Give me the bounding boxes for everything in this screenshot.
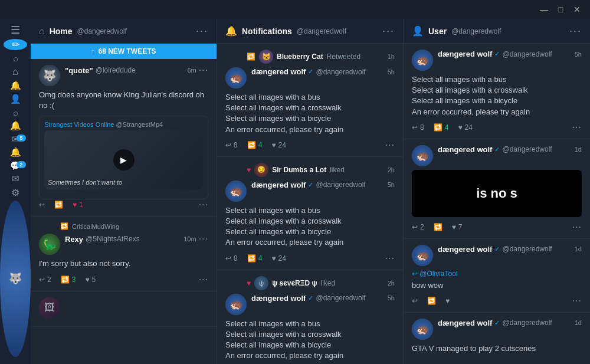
tweet-home-3[interactable]: 🖼	[31, 291, 217, 327]
reply-to-handle: @OliviaTool	[419, 270, 457, 278]
notif-type-1: 🔁 🐱 Blueberry Cat Retweeted 1h	[247, 50, 395, 64]
reply-button-2[interactable]: ↩ 2	[39, 276, 51, 284]
user-more-3[interactable]: ···	[572, 296, 582, 306]
notif-reply-1[interactable]: ↩ 8	[225, 141, 238, 149]
notif-more-2[interactable]: ···	[385, 253, 395, 264]
sidebar-bell1[interactable]: 🔔	[4, 80, 27, 91]
notif-retweet-2[interactable]: 🔁 4	[247, 254, 263, 263]
notif-verified-2: ✓	[308, 181, 313, 189]
notif-tweet-body-2: Select all images with a bus Select all …	[225, 205, 395, 248]
notif-actor-name-3: ψ ѕєvєRΞD ψ	[272, 279, 317, 287]
user-tweet-1[interactable]: 🦔 dængered wolf ✓ @dangeredwolf 5h	[404, 44, 590, 139]
sidebar-person1[interactable]: 👤	[4, 93, 27, 104]
close-button[interactable]: ✕	[569, 1, 585, 18]
more-button-2[interactable]: ···	[199, 274, 208, 285]
notif-tweet-avatar-2: 🦔	[225, 181, 247, 202]
home-column-menu[interactable]: ···	[196, 25, 208, 37]
user-more-1[interactable]: ···	[572, 122, 582, 133]
sidebar-settings[interactable]: ⚙	[4, 187, 27, 198]
notifications-column-header: 🔔 Notifications @dangeredwolf ···	[217, 19, 403, 44]
retweet-button-2[interactable]: 🔁 3	[61, 276, 76, 284]
tweet-actions-2: ↩ 2 🔁 3 ♥ 5 ···	[39, 274, 208, 285]
user-tweet-3[interactable]: 🦔 dængered wolf ✓ @dangeredwolf 1d	[404, 239, 590, 313]
user-actions-2: ↩ 2 🔁 ♥ 7 ···	[412, 222, 582, 232]
sidebar-message2[interactable]: ✉	[4, 173, 27, 185]
tweet-menu-2[interactable]: ···	[199, 234, 208, 244]
like-button-1[interactable]: ♥ 1	[73, 201, 83, 209]
sidebar-edit[interactable]: ✏	[4, 39, 27, 50]
sidebar-search2[interactable]: ⌕	[4, 107, 27, 118]
notif-3[interactable]: ♥ ψ ψ ѕєvєRΞD ψ liked 2h 🦔	[217, 270, 403, 365]
sidebar-avatar[interactable]: 🐺	[0, 201, 31, 357]
user-tweet-4[interactable]: 🦔 dængered wolf ✓ @dangeredwolf 1d GTA V…	[404, 313, 590, 364]
user-reply-1[interactable]: ↩ 8	[412, 123, 424, 132]
quoted-account-link[interactable]: Strangest Videos Online	[44, 121, 114, 128]
minimize-button[interactable]: —	[536, 1, 552, 18]
tweet-home-1[interactable]: 🐺 "quote" @loireddude 6m ··· Omg does an…	[31, 59, 217, 217]
user-retweet-3[interactable]: 🔁	[427, 297, 436, 305]
notifications-feed: 🔁 🐱 Blueberry Cat Retweeted 1h 🦔	[217, 44, 403, 364]
new-tweets-banner[interactable]: ↑ 68 NEW TWEETS	[31, 44, 217, 59]
user-like-2[interactable]: ♥ 7	[452, 223, 463, 231]
user-tweet-body-3: bow wow	[412, 280, 582, 291]
notif-retweet-1[interactable]: 🔁 4	[247, 141, 263, 149]
notif-tweet-avatar-3: 🦔	[225, 294, 247, 315]
user-actions-3: ↩ 🔁 ♥ ···	[412, 296, 582, 306]
like-button-2[interactable]: ♥ 5	[85, 276, 96, 284]
is-no-s-image: is no s	[412, 170, 582, 217]
sidebar-dm[interactable]: 💬 2	[4, 160, 27, 171]
user-tweet-time-1: 5h	[575, 51, 582, 58]
notif-like-1[interactable]: ♥ 24	[271, 141, 286, 149]
user-actions-1: ↩ 8 🔁 4 ♥ 24 ···	[412, 122, 582, 133]
user-retweet-2[interactable]: 🔁	[434, 223, 442, 231]
user-verified-1: ✓	[494, 50, 500, 58]
reply-to-label: ↩ @OliviaTool	[412, 270, 582, 278]
user-like-3[interactable]: ♥	[445, 297, 450, 305]
sidebar-messages[interactable]: ✉ 5	[4, 133, 27, 145]
user-tweet-body-4: GTA V managed to play 2 cutscenes	[412, 343, 582, 354]
notif-time-2: 2h	[388, 166, 395, 173]
notif-like-2[interactable]: ♥ 24	[271, 254, 286, 263]
notifications-column-menu[interactable]: ···	[382, 25, 395, 37]
more-button-1[interactable]: ···	[199, 199, 208, 210]
notif-like-icon-2: ♥	[247, 166, 251, 174]
user-reply-2[interactable]: ↩ 2	[412, 223, 424, 231]
notif-tweet-time-1: 5h	[388, 68, 395, 76]
retweet-icon-2: 🔁	[60, 222, 68, 230]
user-reply-3[interactable]: ↩	[412, 297, 418, 305]
sidebar-home[interactable]: ⌂	[4, 66, 27, 78]
notif-reply-2[interactable]: ↩ 8	[225, 254, 238, 263]
user-more-2[interactable]: ···	[572, 222, 582, 232]
user-verified-3: ✓	[494, 245, 500, 253]
notif-tweet-body-3: Select all images with a bus Select all …	[225, 319, 395, 362]
notif-tweet-body-1: Select all images with a bus Select all …	[225, 92, 395, 135]
maximize-button[interactable]: □	[552, 1, 569, 18]
user-tweet-2[interactable]: 🦔 dængered wolf ✓ @dangeredwolf 1d	[404, 139, 590, 239]
tweet-name-2: Rexy	[65, 235, 83, 244]
notif-2[interactable]: ♥ 😏 Sir Dumbs a Lot liked 2h 🦔	[217, 157, 403, 270]
retweet-button-1[interactable]: 🔁	[54, 201, 63, 209]
sidebar-bell3[interactable]: 🔔	[4, 147, 27, 158]
tweet-name-1: "quote"	[65, 66, 93, 75]
user-column-menu[interactable]: ···	[569, 25, 582, 37]
notif-more-1[interactable]: ···	[385, 140, 395, 150]
sidebar-menu[interactable]: ☰	[4, 24, 27, 37]
user-tweet-handle-4: @dangeredwolf	[502, 319, 552, 327]
user-tweet-name-3: dængered wolf	[438, 245, 492, 254]
sidebar-search[interactable]: ⌕	[4, 53, 27, 64]
user-retweet-1[interactable]: 🔁 4	[434, 123, 449, 132]
tweet-avatar-3: 🖼	[39, 297, 60, 319]
user-feed: 🦔 dængered wolf ✓ @dangeredwolf 5h	[404, 44, 590, 364]
tweet-avatar-2: 🦕	[39, 234, 60, 255]
notif-verified-3: ✓	[308, 294, 313, 302]
notif-type-2: ♥ 😏 Sir Dumbs a Lot liked 2h	[247, 163, 395, 177]
play-button[interactable]: ▶	[113, 149, 135, 170]
tweet-handle-2: @5NightsAtRexs	[86, 235, 140, 243]
tweet-menu-1[interactable]: ···	[199, 65, 208, 76]
notif-actor-action-1: Retweeted	[327, 53, 360, 61]
user-like-1[interactable]: ♥ 24	[458, 123, 472, 132]
notif-1[interactable]: 🔁 🐱 Blueberry Cat Retweeted 1h 🦔	[217, 44, 403, 157]
tweet-home-2[interactable]: 🔁 CriticalMudWing 🦕 Rexy @5NightsAtRexs …	[31, 217, 217, 291]
sidebar-bell2[interactable]: 🔔	[4, 120, 27, 132]
reply-button-1[interactable]: ↩	[39, 201, 45, 209]
